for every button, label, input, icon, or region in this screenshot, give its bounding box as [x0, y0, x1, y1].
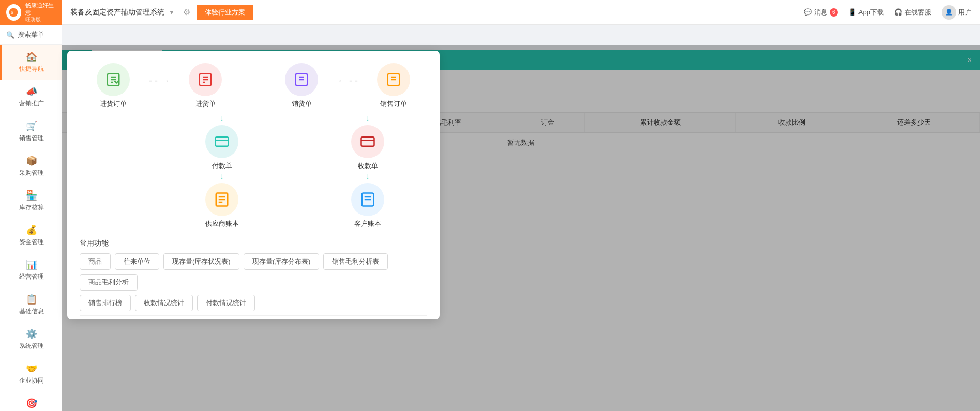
sidebar-item-enterprise[interactable]: 🤝 企业协同	[0, 357, 62, 391]
system-title: 装备及固定资产辅助管理系统 ▼ ⚙	[70, 7, 190, 17]
sales-order-circle	[377, 63, 410, 96]
customer-book-circle	[351, 183, 384, 216]
avatar: 👤	[942, 5, 956, 20]
sidebar-item-sales[interactable]: 🛒 销售管理	[0, 114, 62, 149]
sidebar-item-inventory[interactable]: 🏪 库存核算	[0, 184, 62, 218]
logo-icon: 6	[6, 4, 21, 21]
func-btn-partners[interactable]: 往来单位	[115, 253, 159, 270]
basic-icon: 📋	[26, 294, 37, 305]
system-dropdown-icon[interactable]: ▼	[169, 9, 175, 16]
system-icon: ⚙️	[26, 328, 37, 340]
gear-icon[interactable]: ⚙	[183, 7, 190, 17]
payment-circle	[205, 125, 238, 158]
scroll-right-icon[interactable]: ▶	[423, 318, 427, 319]
header-right: 💬 消息 6 📱 App下载 🎧 在线客服 👤 用户	[804, 5, 972, 20]
flow-node-receipt[interactable]: ↓ 收款单	[334, 113, 401, 171]
func-btn-stock-status[interactable]: 现存量(库存状况表)	[163, 253, 239, 270]
sidebar-item-quick-nav[interactable]: 🏠 快捷导航	[0, 45, 62, 80]
search-menu[interactable]: 🔍 搜索菜单	[0, 25, 62, 45]
sidebar-item-system[interactable]: ⚙️ 系统管理	[0, 322, 62, 357]
arrow-left-1: ← - -	[335, 75, 360, 86]
flow-node-customer-book[interactable]: ↓ 客户账本	[334, 171, 401, 229]
search-icon: 🔍	[6, 31, 14, 39]
arrow-right-1: - - →	[147, 75, 172, 86]
scroll-left-icon[interactable]: ◀	[80, 318, 84, 319]
flow-node-sales-order[interactable]: 销售订单	[360, 63, 427, 109]
popup-box: 进货订单 - - → 进货单	[67, 51, 440, 319]
operation-icon: 📊	[26, 259, 37, 270]
func-btn-stock-dist[interactable]: 现存量(库存分布表)	[244, 253, 320, 270]
app-download-action[interactable]: 📱 App下载	[848, 8, 884, 17]
experience-btn[interactable]: 体验行业方案	[197, 5, 253, 20]
logo-area: 6 畅康通好生意 旺嗨版	[0, 0, 62, 25]
flow-node-purchase-slip[interactable]: 进货单	[172, 63, 239, 109]
headset-icon: 🎧	[894, 8, 902, 16]
enterprise-icon: 🤝	[26, 363, 37, 374]
sidebar-item-purchase[interactable]: 📦 采购管理	[0, 149, 62, 184]
svg-text:6: 6	[11, 10, 13, 15]
purchase-icon: 📦	[26, 155, 37, 166]
online-service-action[interactable]: 🎧 在线客服	[894, 8, 931, 17]
finance-icon: 💰	[26, 224, 37, 236]
flow-row-1: 进货订单 - - → 进货单	[80, 63, 427, 109]
home-icon: 🏠	[26, 51, 37, 63]
marketing-icon: 📣	[26, 86, 37, 97]
sidebar-item-marketing[interactable]: 📣 营销推广	[0, 80, 62, 114]
func-buttons: 商品 往来单位 现存量(库存状况表) 现存量(库存分布表) 销售毛利分析表 商品…	[80, 253, 427, 291]
inventory-icon: 🏪	[26, 190, 37, 201]
func-btn-sales-rank[interactable]: 销售排行榜	[80, 295, 131, 311]
popup-overlay[interactable]: 进货订单 - - → 进货单	[62, 45, 980, 411]
svg-rect-18	[361, 137, 374, 146]
flow-node-purchase-order[interactable]: 进货订单	[80, 63, 147, 109]
popup-scrollbar: ◀ ▶	[80, 315, 427, 319]
sidebar-item-operation[interactable]: 📊 经营管理	[0, 253, 62, 287]
svg-rect-16	[216, 137, 229, 146]
sidebar-item-finance[interactable]: 💰 资金管理	[0, 218, 62, 253]
func-buttons-row2: 销售排行榜 收款情况统计 付款情况统计	[80, 295, 427, 311]
flow-node-sales-slip[interactable]: 销货单	[268, 63, 335, 109]
logo-text: 畅康通好生意 旺嗨版	[25, 2, 56, 23]
top-header: 6 畅康通好生意 旺嗨版 装备及固定资产辅助管理系统 ▼ ⚙ 体验行业方案 💬 …	[0, 0, 980, 25]
receipt-circle	[351, 125, 384, 158]
func-btn-receipt-stats[interactable]: 收款情况统计	[135, 295, 193, 311]
supplier-book-circle	[205, 183, 238, 216]
sales-icon: 🛒	[26, 120, 37, 132]
svg-point-0	[9, 8, 18, 17]
common-funcs-title: 常用功能	[80, 239, 427, 248]
message-icon: 💬	[804, 8, 812, 16]
sidebar-item-newbie[interactable]: 🎯 新手引导	[0, 391, 62, 411]
user-action[interactable]: 👤 用户	[942, 5, 972, 20]
message-badge: 6	[830, 8, 838, 17]
phone-icon: 📱	[848, 8, 856, 16]
func-btn-sales-profit[interactable]: 销售毛利分析表	[323, 253, 388, 270]
func-btn-goods-profit[interactable]: 商品毛利分析	[80, 274, 138, 291]
sidebar: 🔍 搜索菜单 🏠 快捷导航 📣 营销推广 🛒 销售管理 📦 采购管理 🏪 库存核…	[0, 25, 62, 411]
flow-node-supplier-book[interactable]: ↓ 供应商账本	[188, 171, 255, 229]
func-btn-payment-stats[interactable]: 付款情况统计	[197, 295, 255, 311]
purchase-order-circle	[97, 63, 130, 96]
flow-node-payment[interactable]: ↓ 付款单	[188, 113, 255, 171]
sales-slip-circle	[285, 63, 318, 96]
purchase-slip-circle	[189, 63, 222, 96]
sidebar-item-basic[interactable]: 📋 基础信息	[0, 287, 62, 322]
message-action[interactable]: 💬 消息 6	[804, 8, 838, 17]
newbie-icon: 🎯	[26, 398, 37, 409]
func-btn-goods[interactable]: 商品	[80, 253, 111, 270]
flow-section: 进货订单 - - → 进货单	[80, 63, 427, 229]
common-funcs: 常用功能 商品 往来单位 现存量(库存状况表) 现存量(库存分布表) 销售毛利分…	[80, 239, 427, 311]
